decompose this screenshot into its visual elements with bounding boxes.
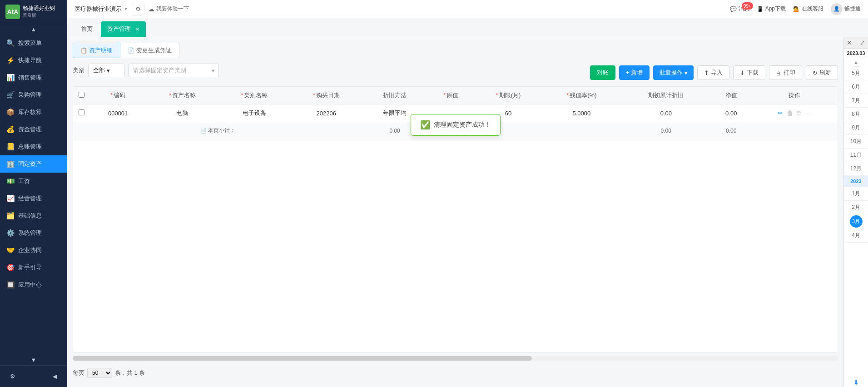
copy-icon[interactable]: ⧉: [797, 109, 801, 117]
notification-button[interactable]: 💬 消息 99+: [730, 5, 749, 13]
row-net-value: 0.00: [711, 104, 751, 122]
per-page-select[interactable]: 50 20 100: [87, 368, 112, 378]
category-type-select[interactable]: 全部 ▾: [88, 64, 124, 77]
refresh-icon: ↻: [813, 69, 818, 76]
company-selector[interactable]: 医疗器械行业演示 ▼: [74, 5, 128, 13]
subtotal-empty3: [542, 122, 621, 139]
app-download-button[interactable]: 📱 App下载: [757, 5, 786, 13]
asset-detail-icon: 📋: [80, 47, 87, 54]
edit-icon[interactable]: ✏: [778, 109, 783, 117]
sidebar-item-inventory[interactable]: 📦 库存核算: [0, 104, 67, 121]
year-2023: 2023: [844, 176, 868, 187]
sidebar-item-enterprise[interactable]: 🤝 企业协同: [0, 242, 67, 259]
experience-button[interactable]: ☁ 我要体验一下: [148, 5, 189, 13]
main-area: 医疗器械行业演示 ▼ ⚙ ☁ 我要体验一下 💬 消息 99+ 📱 App下载: [67, 0, 868, 387]
sidebar-item-basic-info[interactable]: 🗂️ 基础信息: [0, 207, 67, 224]
filter-row: 类别 全部 ▾ 请选择固定资产类别 ▾: [73, 64, 219, 77]
row-checkbox[interactable]: [79, 109, 84, 115]
sidebar-item-search[interactable]: 🔍 搜索菜单: [0, 35, 67, 52]
sidebar-scroll-down[interactable]: ▼: [0, 355, 67, 365]
online-service-button[interactable]: 💁 在线客服: [793, 5, 823, 13]
month-8[interactable]: 8月: [844, 108, 868, 121]
settings-icon: ⚙: [10, 373, 15, 380]
logo-text: 畅捷通好业财 普及版: [23, 5, 55, 19]
sidebar-scroll-up[interactable]: ▲: [0, 24, 67, 35]
month-1[interactable]: 1月: [844, 187, 868, 201]
row-checkbox-cell: [73, 104, 89, 122]
month-12[interactable]: 12月: [844, 162, 868, 176]
batch-button[interactable]: 批量操作 ▾: [653, 65, 694, 80]
sidebar-item-sales[interactable]: 📊 销售管理: [0, 69, 67, 86]
app-center-icon: 🔲: [6, 281, 15, 289]
right-panel-close-button[interactable]: ✕: [847, 39, 852, 46]
balance-button[interactable]: 对账: [590, 65, 615, 80]
company-dropdown-arrow: ▼: [124, 6, 128, 11]
sidebar-collapse-button[interactable]: ◀: [46, 369, 64, 383]
new-button[interactable]: + 新增: [619, 65, 650, 80]
quick-nav-icon: ⚡: [6, 56, 15, 64]
category-select[interactable]: 请选择固定资产类别 ▾: [128, 64, 219, 77]
sidebar-item-operations[interactable]: 📈 经营管理: [0, 190, 67, 207]
sidebar-item-ledger[interactable]: 📒 总账管理: [0, 138, 67, 155]
table-footer: 每页 50 20 100 条，共 1 条: [73, 364, 838, 382]
notification-badge: 99+: [742, 2, 753, 10]
sidebar-item-funds[interactable]: 💰 资金管理: [0, 121, 67, 138]
right-panel-header: ✕ ⤢: [844, 37, 868, 49]
funds-icon: 💰: [6, 125, 15, 134]
delete-icon[interactable]: 🗑: [787, 109, 793, 117]
month-11[interactable]: 11月: [844, 149, 868, 162]
print-button[interactable]: 🖨 打印: [769, 65, 802, 80]
import-button[interactable]: ⬆ 导入: [697, 65, 729, 80]
sidebar-item-purchase[interactable]: 🛒 采购管理: [0, 86, 67, 104]
user-avatar-button[interactable]: 👤 畅捷通: [831, 3, 861, 15]
sidebar-item-system[interactable]: ⚙️ 系统管理: [0, 224, 67, 242]
month-3-current[interactable]: 3月: [850, 215, 863, 228]
topbar-settings-button[interactable]: ⚙: [132, 3, 144, 15]
sidebar-item-quick-nav[interactable]: ⚡ 快捷导航: [0, 52, 67, 69]
select-all-checkbox[interactable]: [79, 92, 84, 98]
refresh-button[interactable]: ↻ 刷新: [806, 65, 838, 80]
tab-home[interactable]: 首页: [74, 21, 99, 37]
toolbar-left: 类别 全部 ▾ 请选择固定资产类别 ▾: [73, 64, 219, 82]
collapse-icon: ◀: [53, 373, 57, 380]
sidebar-item-guide[interactable]: 🎯 新手引导: [0, 259, 67, 276]
sidebar-nav: 🔍 搜索菜单 ⚡ 快捷导航 📊 销售管理 🛒 采购管理 📦 库存核算 💰 资金管…: [0, 35, 67, 355]
month-2[interactable]: 2月: [844, 201, 868, 214]
col-depreciation-method: 折旧方法: [362, 87, 427, 104]
basic-info-icon: 🗂️: [6, 212, 15, 220]
print-icon: 🖨: [776, 69, 782, 76]
asset-table: *编码 *资产名称 *类别名称 *购买日期 折旧方法 *原值 *期限(月) *残…: [73, 86, 838, 352]
tab-asset-mgmt[interactable]: 资产管理 ✕: [101, 21, 146, 37]
salary-icon: 💵: [6, 177, 15, 185]
sub-tab-change-voucher[interactable]: 📄 变更生成凭证: [120, 43, 179, 58]
col-net-value: 净值: [711, 87, 751, 104]
dropdown-arrow: ▾: [212, 67, 215, 74]
notification-icon: 💬: [730, 6, 737, 12]
month-7[interactable]: 7月: [844, 94, 868, 108]
tab-close-button[interactable]: ✕: [135, 26, 139, 32]
row-category: 电子设备: [218, 104, 290, 122]
sidebar-settings-button[interactable]: ⚙: [4, 369, 22, 383]
sidebar-item-app-center[interactable]: 🔲 应用中心: [0, 276, 67, 293]
month-9[interactable]: 9月: [844, 121, 868, 135]
action-icons: ✏ 🗑 ⧉ ⋯: [755, 109, 834, 117]
topbar-right: 💬 消息 99+ 📱 App下载 💁 在线客服 👤 畅捷通: [730, 3, 861, 15]
download-button[interactable]: ⬇ 下载: [733, 65, 765, 80]
logo-icon: AtA: [5, 5, 20, 19]
row-code: 000001: [89, 104, 146, 122]
sub-tab-asset-detail[interactable]: 📋 资产明细: [73, 43, 120, 58]
more-icon[interactable]: ⋯: [805, 109, 811, 117]
right-panel-expand-button[interactable]: ⤢: [860, 39, 865, 46]
toast-success-icon: ✅: [420, 120, 430, 130]
month-4[interactable]: 4月: [844, 229, 868, 243]
month-10[interactable]: 10月: [844, 135, 868, 149]
horizontal-scrollbar[interactable]: [73, 354, 838, 362]
panel-bottom-icon[interactable]: ⬇: [853, 379, 859, 386]
month-6[interactable]: 6月: [844, 80, 868, 94]
operations-icon: 📈: [6, 194, 15, 203]
sales-icon: 📊: [6, 74, 15, 82]
panel-prev-btn[interactable]: ▲: [853, 59, 859, 65]
sidebar-item-fixed-assets[interactable]: 🏢 固定资产: [0, 155, 67, 173]
sidebar-item-salary[interactable]: 💵 工资: [0, 173, 67, 190]
month-5[interactable]: 5月: [844, 67, 868, 80]
